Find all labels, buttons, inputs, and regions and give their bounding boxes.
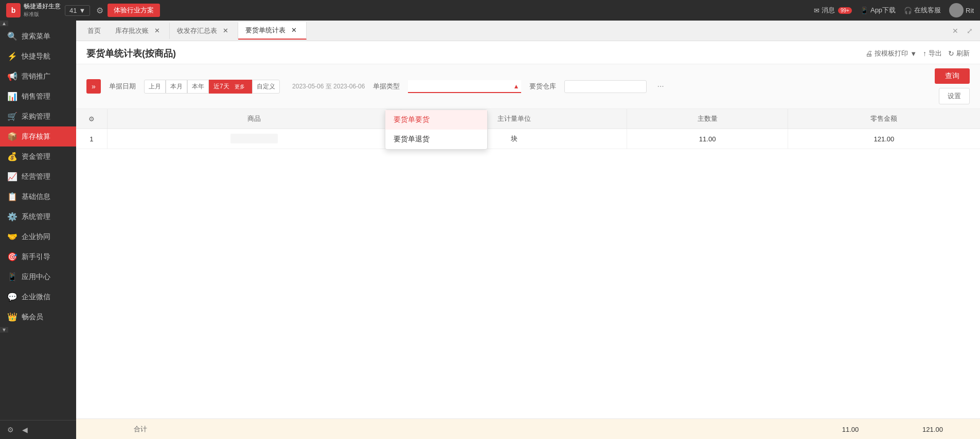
print-arrow-icon: ▼	[910, 50, 917, 58]
tab-inventory-batch[interactable]: 库存批次账 ✕	[108, 23, 170, 39]
store-number: 41	[69, 7, 77, 14]
cell-sale-amount: 121.00	[788, 129, 980, 149]
sidebar-item-wechat[interactable]: 💬 企业微信	[0, 287, 76, 307]
operations-icon: 📈	[7, 172, 17, 181]
sidebar-scroll-up[interactable]: ▲	[0, 21, 8, 26]
sidebar-item-system[interactable]: ⚙️ 系统管理	[0, 207, 76, 227]
guide-icon: 🎯	[7, 252, 17, 262]
cell-row-num: 1	[76, 129, 107, 149]
warehouse-filter-label: 要货仓库	[529, 82, 556, 91]
more-badge: 更多	[232, 83, 247, 90]
sidebar-label-collab: 企业协同	[22, 232, 50, 242]
refresh-icon: ↻	[948, 49, 954, 58]
query-button[interactable]: 查询	[935, 68, 970, 84]
sidebar-label-fund: 资金管理	[22, 152, 50, 161]
logo-icon: b	[6, 3, 21, 17]
purchase-icon: 🛒	[7, 112, 17, 121]
tab-close-all-button[interactable]: ✕	[949, 25, 961, 37]
tab-receivable-summary[interactable]: 收发存汇总表 ✕	[170, 23, 238, 39]
filter-more-icon[interactable]: ···	[657, 82, 664, 91]
sidebar-item-fund[interactable]: 💰 资金管理	[0, 147, 76, 167]
dropdown-item-order-goods[interactable]: 要货单要货	[385, 110, 487, 130]
footer-sale-amount: 121.00	[922, 426, 943, 433]
sidebar-item-sales[interactable]: 📊 销售管理	[0, 86, 76, 106]
type-dropdown: 要货单要货 要货单退货	[385, 109, 488, 150]
sales-icon: 📊	[7, 92, 17, 101]
messages-item[interactable]: ✉ 消息 99+	[814, 6, 852, 15]
sidebar-item-search-menu[interactable]: 🔍 搜索菜单	[0, 26, 76, 46]
filter-expand-button[interactable]: »	[86, 79, 101, 94]
sidebar-item-marketing[interactable]: 📢 营销推广	[0, 66, 76, 86]
brand-sub: 标准版	[24, 11, 61, 18]
sidebar-item-operations[interactable]: 📈 经营管理	[0, 167, 76, 187]
type-filter-arrow-icon[interactable]: ▲	[513, 83, 520, 90]
date-btn-this-month[interactable]: 本月	[166, 80, 187, 94]
message-icon: ✉	[814, 7, 819, 14]
sidebar-scroll-down[interactable]: ▼	[0, 327, 8, 333]
online-service-item[interactable]: 🎧 在线客服	[904, 6, 941, 15]
sidebar-item-quick-nav[interactable]: ⚡ 快捷导航	[0, 46, 76, 66]
col-settings-icon[interactable]: ⚙	[88, 115, 95, 123]
tab-close-order-stats[interactable]: ✕	[289, 25, 299, 35]
sidebar-item-guide[interactable]: 🎯 新手引导	[0, 247, 76, 267]
tab-close-inventory-batch[interactable]: ✕	[152, 26, 162, 36]
topbar-settings-icon[interactable]: ⚙	[96, 6, 103, 15]
trial-button[interactable]: 体验行业方案	[108, 4, 160, 17]
tab-home[interactable]: 首页	[80, 23, 108, 39]
sidebar-item-app-center[interactable]: 📱 应用中心	[0, 267, 76, 287]
brand-info: 畅捷通好生意 标准版	[24, 3, 61, 18]
app-download-item[interactable]: 📱 App下载	[860, 6, 896, 15]
marketing-icon: 📢	[7, 71, 17, 81]
page-header: 要货单统计表(按商品) 🖨 按模板打印 ▼ ↑ 导出 ↻ 刷新	[76, 41, 980, 64]
fund-icon: 💰	[7, 152, 17, 161]
tab-close-receivable[interactable]: ✕	[220, 26, 230, 36]
dropdown-item-return-goods[interactable]: 要货单退货	[385, 130, 487, 149]
cell-main-qty: 11.00	[627, 129, 788, 149]
sidebar-item-collab[interactable]: 🤝 企业协同	[0, 227, 76, 247]
footer-label: 合计	[113, 425, 147, 433]
sidebar-bottom: ⚙ ◀	[0, 420, 76, 439]
sidebar-item-membership[interactable]: 👑 畅会员	[0, 307, 76, 327]
tab-expand-button[interactable]: ⤢	[964, 25, 976, 37]
messages-label: 消息	[822, 6, 835, 15]
print-button[interactable]: 🖨 按模板打印 ▼	[865, 49, 917, 58]
type-filter-input[interactable]	[408, 80, 521, 93]
date-filter-group: 上月 本月 本年 近7天 更多 自定义	[144, 80, 280, 94]
system-icon: ⚙️	[7, 212, 17, 222]
app-center-icon: 📱	[7, 272, 17, 282]
sidebar-item-inventory[interactable]: 📦 库存核算	[0, 126, 76, 147]
filter-settings-button[interactable]: 设置	[939, 88, 970, 104]
sidebar-collapse-icon[interactable]: ◀	[22, 426, 28, 434]
tab-order-stats[interactable]: 要货单统计表 ✕	[238, 22, 307, 40]
search-icon: 🔍	[7, 31, 17, 41]
data-table: ⚙ 商品 主计量单位 主数量 零	[76, 109, 980, 149]
lightning-icon: ⚡	[7, 51, 17, 61]
sidebar-item-purchase[interactable]: 🛒 采购管理	[0, 106, 76, 126]
col-header-main-qty: 主数量	[627, 109, 788, 129]
page-content: 要货单统计表(按商品) 🖨 按模板打印 ▼ ↑ 导出 ↻ 刷新	[76, 41, 980, 439]
logo-area: b 畅捷通好生意 标准版	[6, 3, 61, 18]
app-download-label: App下载	[870, 6, 896, 15]
refresh-button[interactable]: ↻ 刷新	[948, 49, 970, 58]
warehouse-filter-input[interactable]	[564, 80, 647, 93]
expand-icon: »	[92, 82, 96, 90]
sidebar-label-sales: 销售管理	[22, 92, 50, 101]
date-btn-this-year[interactable]: 本年	[187, 80, 209, 94]
sidebar-item-basic[interactable]: 📋 基础信息	[0, 187, 76, 207]
sidebar: ▲ 🔍 搜索菜单 ⚡ 快捷导航 📢 营销推广 📊 销售管理 🛒 采购管理 📦 库…	[0, 21, 76, 439]
date-btn-custom[interactable]: 自定义	[252, 80, 280, 94]
membership-icon: 👑	[7, 312, 17, 322]
date-btn-7days[interactable]: 近7天 更多	[209, 80, 252, 94]
sidebar-settings-icon[interactable]: ⚙	[7, 426, 14, 434]
app-icon: 📱	[860, 7, 868, 14]
store-selector[interactable]: 41 ▼	[65, 5, 90, 16]
content-area: 首页 库存批次账 ✕ 收发存汇总表 ✕ 要货单统计表 ✕ ✕ ⤢ 要	[76, 21, 980, 439]
date-btn-last-month[interactable]: 上月	[144, 80, 166, 94]
header-actions: 🖨 按模板打印 ▼ ↑ 导出 ↻ 刷新	[865, 49, 970, 58]
export-button[interactable]: ↑ 导出	[923, 49, 942, 58]
user-item[interactable]: Rit	[949, 3, 974, 17]
date-filter-label: 单据日期	[109, 82, 136, 91]
messages-badge: 99+	[838, 7, 852, 14]
table-row: 1 块 11.00 1	[76, 129, 980, 149]
type-filter-wrap: ▲	[408, 80, 521, 93]
